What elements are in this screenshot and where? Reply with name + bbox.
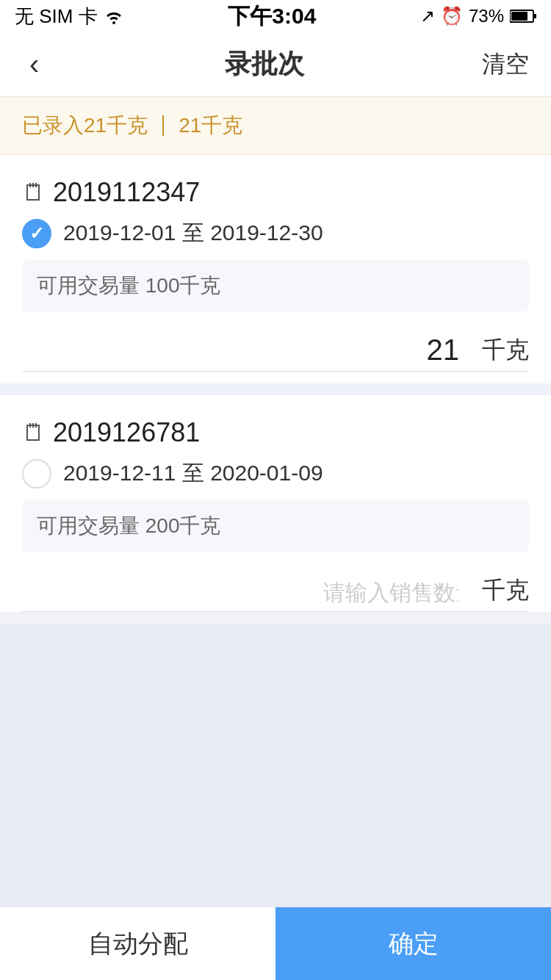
batch-date-1: 2019-12-01 至 2019-12-30 — [63, 218, 323, 248]
batch-doc-icon-1: 🗒 — [22, 179, 46, 206]
batch-header-1: 🗒 2019112347 — [22, 177, 529, 208]
bottom-bar: 自动分配 确定 — [0, 907, 551, 980]
batch-avail-1: 可用交易量 100千克 — [22, 260, 529, 311]
alarm-icon: ⏰ — [441, 6, 463, 26]
bottom-spacer — [0, 624, 551, 918]
recorded-label: 已录入21千克 — [22, 112, 148, 140]
quantity-underline-2 — [22, 611, 529, 612]
quantity-row-2: 千克 — [22, 566, 529, 607]
summary-divider — [162, 115, 164, 136]
radio-2[interactable] — [22, 459, 51, 489]
status-right: ↗ ⏰ 73% — [420, 6, 536, 26]
unit-1: 千克 — [482, 334, 529, 367]
radio-1[interactable] — [22, 219, 51, 248]
batch-date-row-1: 2019-12-01 至 2019-12-30 — [22, 218, 529, 248]
batch-divider — [0, 383, 551, 395]
status-time: 下午3:04 — [228, 1, 316, 32]
batch-header-2: 🗒 2019126781 — [22, 417, 529, 448]
location-icon: ↗ — [420, 6, 435, 26]
wifi-icon — [104, 8, 124, 24]
batch-date-2: 2019-12-11 至 2020-01-09 — [63, 458, 323, 489]
quantity-input-1[interactable] — [323, 334, 470, 367]
quantity-input-2[interactable] — [323, 574, 470, 607]
battery-icon — [510, 9, 536, 24]
content-area: 🗒 2019112347 2019-12-01 至 2019-12-30 可用交… — [0, 155, 551, 612]
total-label: 21千克 — [179, 112, 242, 140]
auto-distribute-button[interactable]: 自动分配 — [0, 907, 276, 980]
status-left: 无 SIM 卡 — [15, 4, 124, 29]
battery-text: 73% — [469, 6, 504, 26]
nav-title: 录批次 — [225, 46, 304, 82]
nav-bar: ‹ 录批次 清空 — [0, 32, 551, 97]
svg-rect-1 — [533, 14, 536, 18]
no-sim-text: 无 SIM 卡 — [15, 4, 98, 29]
batch-avail-2: 可用交易量 200千克 — [22, 500, 529, 552]
status-bar: 无 SIM 卡 下午3:04 ↗ ⏰ 73% — [0, 0, 551, 32]
svg-rect-2 — [511, 12, 527, 21]
unit-2: 千克 — [482, 574, 529, 607]
back-button[interactable]: ‹ — [22, 40, 46, 88]
quantity-underline-1 — [22, 371, 529, 372]
confirm-button[interactable]: 确定 — [276, 907, 551, 980]
summary-bar: 已录入21千克 21千克 — [0, 97, 551, 155]
batch-item-2: 🗒 2019126781 2019-12-11 至 2020-01-09 可用交… — [0, 395, 551, 612]
batch-number-1: 2019112347 — [53, 177, 200, 208]
quantity-row-1: 千克 — [22, 326, 529, 367]
clear-button[interactable]: 清空 — [482, 48, 529, 81]
batch-date-row-2: 2019-12-11 至 2020-01-09 — [22, 458, 529, 489]
batch-number-2: 2019126781 — [53, 417, 200, 448]
batch-item-1: 🗒 2019112347 2019-12-01 至 2019-12-30 可用交… — [0, 155, 551, 372]
batch-doc-icon-2: 🗒 — [22, 419, 46, 447]
